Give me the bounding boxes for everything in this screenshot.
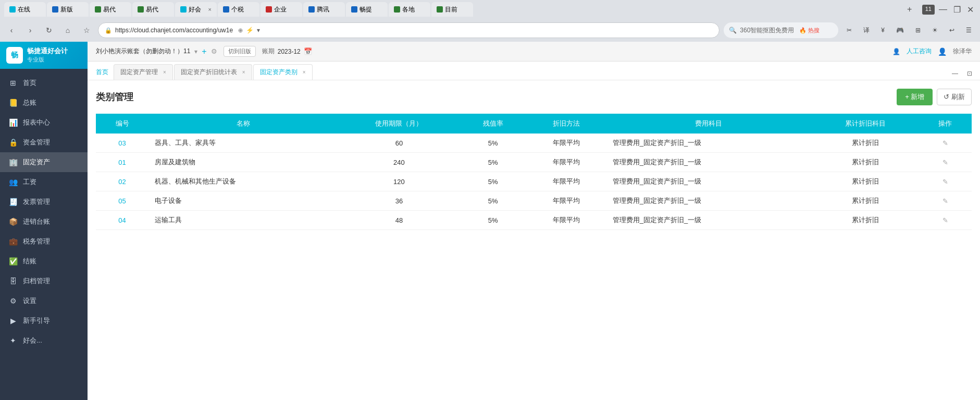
forward-button[interactable]: ›: [23, 23, 38, 38]
page-tab-close-1[interactable]: ×: [163, 69, 166, 75]
game-tool[interactable]: 🎮: [892, 23, 908, 38]
cell-expense-1: 管理费用_固定资产折旧_一级: [606, 153, 812, 172]
cell-code-3[interactable]: 05: [96, 191, 148, 211]
new-tab-button[interactable]: +: [902, 2, 917, 17]
sidebar-icon-ledger: 📒: [8, 98, 18, 107]
cell-code-1[interactable]: 01: [96, 153, 148, 172]
sidebar-label-report: 报表中心: [23, 118, 50, 127]
back-button[interactable]: ‹: [4, 23, 19, 38]
cell-code-0[interactable]: 03: [96, 134, 148, 153]
browser-tab-2[interactable]: 易代: [90, 2, 131, 17]
tab-collapse-button[interactable]: —: [949, 67, 961, 80]
page-tab-1[interactable]: 固定资产管理×: [114, 64, 173, 80]
sidebar-item-fund[interactable]: 🔒资金管理: [0, 132, 88, 152]
refresh-button[interactable]: ↺ 刷新: [937, 89, 972, 105]
cell-action-1[interactable]: ✎: [919, 153, 972, 172]
app-container: 畅 畅捷通好会计 专业版 ⊞首页📒总账📊报表中心🔒资金管理🏢固定资产👥工资🧾发票…: [0, 42, 980, 400]
window-maximize-button[interactable]: ❐: [951, 5, 963, 15]
page-tab-3[interactable]: 固定资产类别×: [253, 64, 313, 80]
tab-expand-button[interactable]: ⊡: [963, 67, 976, 80]
sidebar-item-invoice[interactable]: 🧾发票管理: [0, 192, 88, 212]
cell-action-4[interactable]: ✎: [919, 211, 972, 230]
browser-tab-10[interactable]: 目前: [431, 2, 473, 17]
cell-action-3[interactable]: ✎: [919, 191, 972, 211]
cell-name-4: 运输工具: [148, 211, 338, 230]
switch-version-button[interactable]: 切到旧版: [224, 46, 256, 57]
sidebar-icon-report: 📊: [8, 118, 18, 127]
sidebar-item-tax[interactable]: 💼税务管理: [0, 232, 88, 251]
browser-tab-1[interactable]: 新版: [47, 2, 89, 17]
sidebar-item-home[interactable]: ⊞首页: [0, 73, 88, 93]
table-row: 05电子设备365%年限平均管理费用_固定资产折旧_一级累计折旧✎: [96, 191, 972, 211]
header-actions: + 新增 ↺ 刷新: [897, 89, 972, 105]
sun-tool[interactable]: ☀: [928, 23, 942, 38]
menu-tool[interactable]: ☰: [962, 23, 976, 38]
table-row: 04运输工具485%年限平均管理费用_固定资产折旧_一级累计折旧✎: [96, 211, 972, 230]
sidebar-item-report[interactable]: 📊报表中心: [0, 113, 88, 132]
add-category-button[interactable]: + 新增: [897, 89, 933, 105]
cell-action-0[interactable]: ✎: [919, 134, 972, 153]
hot-search-badge: 🔥 热搜: [799, 27, 820, 34]
calendar-icon[interactable]: 📅: [304, 47, 312, 55]
window-close-button[interactable]: ✕: [965, 5, 976, 15]
page-body: 类别管理 + 新增 ↺ 刷新 编号名称使用期限（月）残值率折旧方法费用科目累计折…: [88, 80, 980, 400]
sidebar-subtitle: 专业版: [27, 56, 68, 64]
page-tab-home[interactable]: 首页: [92, 64, 113, 80]
window-minimize-button[interactable]: —: [937, 5, 949, 15]
page-tab-close-3[interactable]: ×: [303, 69, 306, 75]
cut-tool[interactable]: ✂: [842, 23, 856, 38]
browser-tab-0[interactable]: 在线: [4, 2, 46, 17]
sidebar-label-payroll: 工资: [23, 177, 36, 187]
sidebar-item-guide[interactable]: ▶新手引导: [0, 311, 88, 331]
table-row: 02机器、机械和其他生产设备1205%年限平均管理费用_固定资产折旧_一级累计折…: [96, 172, 972, 191]
tab-favicon-9: [394, 6, 400, 13]
sidebar-icon-guide: ▶: [8, 316, 18, 325]
browser-tab-6[interactable]: 企业: [260, 2, 302, 17]
cell-code-2[interactable]: 02: [96, 172, 148, 191]
cell-code-4[interactable]: 04: [96, 211, 148, 230]
account-name: 刘小艳演示账套（勿删勿动！）11: [96, 47, 190, 56]
browser-tab-5[interactable]: 个税: [218, 2, 259, 17]
page-tab-label-1: 固定资产管理: [120, 68, 158, 77]
sidebar-brand: 畅捷通好会计 专业版: [27, 47, 68, 64]
reload-button[interactable]: ↻: [42, 23, 56, 38]
cell-action-2[interactable]: ✎: [919, 172, 972, 191]
sidebar-item-payroll[interactable]: 👥工资: [0, 172, 88, 192]
browser-tab-8[interactable]: 畅提: [346, 2, 388, 17]
dropdown-icon[interactable]: ▾: [257, 27, 260, 34]
browser-tab-9[interactable]: 各地: [389, 2, 430, 17]
account-info: 刘小艳演示账套（勿删勿动！）11 ▾ + ⚙: [96, 47, 217, 56]
page-tab-close-2[interactable]: ×: [242, 69, 245, 75]
service-label[interactable]: 人工咨询: [907, 47, 932, 56]
search-box[interactable]: 🔍 360智能抠图免费用 🔥 热搜: [724, 22, 838, 38]
sidebar-item-fixed-asset[interactable]: 🏢固定资产: [0, 152, 88, 172]
user-icon: 👤: [938, 47, 947, 56]
sidebar-item-close[interactable]: ✅结账: [0, 251, 88, 271]
translate-tool[interactable]: 译: [859, 23, 874, 38]
sidebar-item-stock[interactable]: 📦进销台账: [0, 212, 88, 232]
sidebar-item-ledger[interactable]: 📒总账: [0, 93, 88, 113]
sidebar-item-settings[interactable]: ⚙设置: [0, 291, 88, 311]
coin-tool[interactable]: ¥: [877, 23, 889, 38]
site-info-icon: ⊕: [238, 27, 243, 34]
sidebar-item-archive[interactable]: 🗄归档管理: [0, 271, 88, 291]
page-tab-2[interactable]: 固定资产折旧统计表×: [174, 64, 252, 80]
add-account-icon[interactable]: +: [202, 47, 206, 56]
sidebar-item-more[interactable]: ✦好会...: [0, 331, 88, 350]
cell-name-1: 房屋及建筑物: [148, 153, 338, 172]
lightning-icon: ⚡: [246, 27, 254, 34]
settings-icon[interactable]: ⚙: [211, 47, 217, 55]
browser-tab-3[interactable]: 易代: [132, 2, 174, 17]
cell-accumulated-1: 累计折旧: [811, 153, 919, 172]
home-button[interactable]: ⌂: [60, 23, 75, 38]
cell-residual-4: 5%: [460, 211, 526, 230]
grid-tool[interactable]: ⊞: [911, 23, 925, 38]
url-bar[interactable]: 🔒 https://cloud.chanjet.com/accounting/u…: [98, 22, 720, 38]
tab-favicon-10: [437, 6, 443, 13]
browser-tab-4[interactable]: 好会×: [175, 2, 217, 17]
browser-tab-7[interactable]: 腾讯: [303, 2, 345, 17]
tab-close-4[interactable]: ×: [208, 6, 212, 13]
bookmark-button[interactable]: ☆: [79, 23, 94, 38]
sidebar-label-fund: 资金管理: [23, 138, 50, 147]
undo-tool[interactable]: ↩: [945, 23, 959, 38]
